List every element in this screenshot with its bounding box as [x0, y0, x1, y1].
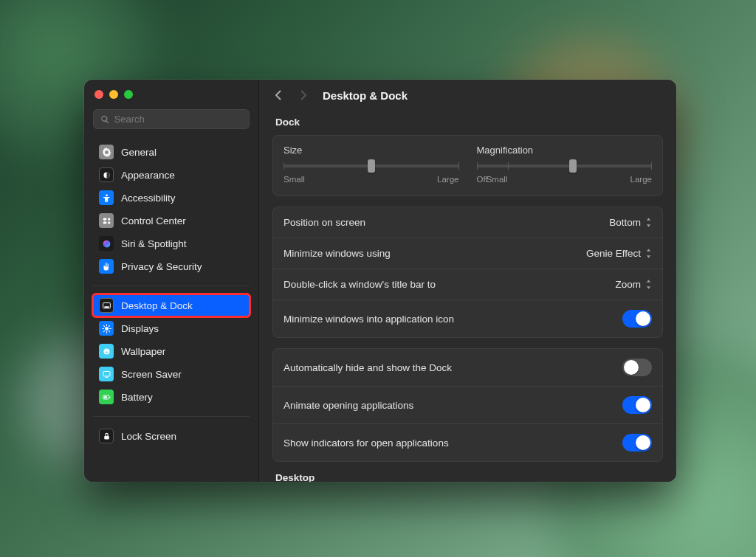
sidebar-item-control-center[interactable]: Control Center: [93, 210, 250, 232]
position-popup[interactable]: Bottom: [609, 217, 652, 228]
show-indicators-toggle[interactable]: [622, 434, 652, 452]
magnification-slider-knob[interactable]: [569, 159, 577, 173]
sidebar-item-label: Accessibility: [121, 193, 176, 204]
sidebar-item-lock-screen[interactable]: Lock Screen: [93, 425, 250, 447]
minimize-into-icon-toggle[interactable]: [622, 310, 652, 328]
dock-options-panel: Position on screen Bottom Minimize windo…: [272, 207, 663, 338]
svg-point-5: [108, 221, 110, 224]
gear-icon: [99, 145, 114, 159]
sidebar-item-general[interactable]: General: [93, 141, 250, 163]
search-field[interactable]: [93, 109, 250, 129]
magnification-slider-label: Magnification: [477, 145, 653, 156]
appearance-icon: [99, 167, 114, 182]
sidebar-item-displays[interactable]: Displays: [93, 317, 250, 339]
sidebar-item-accessibility[interactable]: Accessibility: [93, 187, 250, 209]
sidebar-item-privacy-security[interactable]: Privacy & Security: [93, 255, 250, 277]
show-indicators-row: Show indicators for open applications: [273, 424, 662, 461]
dock-sliders-panel: Size Small Large Magnification: [272, 135, 663, 196]
minimize-using-value: Genie Effect: [586, 248, 641, 259]
position-row: Position on screen Bottom: [273, 207, 662, 238]
svg-rect-3: [103, 221, 106, 224]
magnification-slider[interactable]: [477, 165, 653, 167]
titlebar: Desktop & Dock: [259, 80, 676, 109]
sidebar-item-wallpaper[interactable]: Wallpaper: [93, 340, 250, 362]
sidebar-item-siri-spotlight[interactable]: Siri & Spotlight: [93, 232, 250, 255]
minimize-into-icon-row: Minimize windows into application icon: [273, 300, 662, 337]
sidebar-item-label: Screen Saver: [121, 369, 182, 380]
back-button[interactable]: [272, 89, 286, 102]
double-click-value: Zoom: [615, 279, 641, 290]
siri-icon: [99, 236, 114, 251]
svg-point-6: [103, 240, 110, 247]
sidebar-divider: [93, 286, 250, 286]
chevron-up-down-icon: [645, 249, 652, 258]
size-slider-knob[interactable]: [368, 159, 375, 173]
size-max-label: Large: [437, 175, 458, 184]
chevron-up-down-icon: [645, 280, 652, 289]
svg-rect-12: [105, 376, 107, 377]
size-slider-label: Size: [284, 145, 459, 156]
search-input[interactable]: [114, 114, 242, 125]
svg-rect-11: [103, 371, 110, 376]
svg-rect-8: [104, 306, 109, 308]
desktop-dock-icon: [99, 298, 114, 313]
animate-open-row: Animate opening applications: [273, 387, 662, 424]
double-click-row: Double-click a window's title bar to Zoo…: [273, 269, 662, 300]
desktop-section-heading: Desktop: [275, 472, 663, 482]
size-slider[interactable]: [284, 165, 459, 167]
auto-hide-label: Automatically hide and show the Dock: [284, 362, 452, 373]
battery-icon: [99, 390, 114, 404]
dock-section-heading: Dock: [275, 117, 663, 128]
sidebar-item-appearance[interactable]: Appearance: [93, 164, 250, 186]
auto-hide-toggle[interactable]: [622, 359, 652, 376]
show-indicators-label: Show indicators for open applications: [284, 437, 449, 449]
magnification-min-label: Small: [487, 175, 508, 184]
sidebar-item-label: Siri & Spotlight: [121, 238, 187, 249]
lock-icon: [99, 429, 114, 443]
screen-saver-icon: [99, 367, 114, 381]
minimize-using-popup[interactable]: Genie Effect: [586, 248, 652, 259]
magnification-slider-group: Magnification Off Small Large: [477, 145, 653, 184]
animate-open-toggle[interactable]: [622, 396, 652, 414]
content-pane: Desktop & Dock Dock Size Small Large: [258, 80, 676, 482]
zoom-button[interactable]: [124, 90, 133, 99]
wallpaper-icon: [99, 344, 114, 359]
sidebar-item-label: Battery: [121, 392, 153, 403]
accessibility-icon: [99, 190, 114, 205]
size-min-label: Small: [284, 175, 305, 184]
control-center-icon: [99, 213, 114, 228]
svg-rect-2: [103, 218, 106, 220]
animate-open-label: Animate opening applications: [284, 400, 413, 411]
sidebar-item-battery[interactable]: Battery: [93, 386, 250, 408]
system-settings-window: General Appearance Accessibility Control…: [84, 80, 676, 482]
svg-point-1: [106, 194, 108, 196]
minimize-button[interactable]: [109, 90, 118, 99]
auto-hide-row: Automatically hide and show the Dock: [273, 349, 662, 387]
page-title: Desktop & Dock: [323, 89, 408, 102]
displays-icon: [99, 321, 114, 336]
svg-rect-14: [109, 396, 110, 398]
svg-point-9: [105, 327, 109, 331]
minimize-using-row: Minimize windows using Genie Effect: [273, 238, 662, 269]
search-icon: [100, 114, 110, 125]
window-controls: [93, 87, 250, 109]
close-button[interactable]: [94, 90, 103, 99]
sidebar: General Appearance Accessibility Control…: [84, 80, 258, 482]
settings-scroll-area[interactable]: Dock Size Small Large: [259, 109, 676, 482]
sidebar-item-desktop-dock[interactable]: Desktop & Dock: [93, 294, 250, 316]
position-value: Bottom: [609, 217, 641, 228]
position-label: Position on screen: [284, 217, 365, 228]
svg-rect-16: [104, 435, 109, 439]
chevron-up-down-icon: [645, 218, 652, 227]
minimize-using-label: Minimize windows using: [284, 248, 391, 259]
size-slider-group: Size Small Large: [284, 145, 459, 184]
forward-button[interactable]: [296, 89, 309, 102]
double-click-popup[interactable]: Zoom: [615, 279, 652, 290]
svg-rect-15: [103, 396, 106, 398]
sidebar-item-label: Displays: [121, 323, 159, 334]
sidebar-list: General Appearance Accessibility Control…: [93, 141, 250, 447]
sidebar-item-label: Control Center: [121, 215, 186, 226]
sidebar-item-label: Privacy & Security: [121, 261, 202, 272]
sidebar-item-label: Lock Screen: [121, 431, 176, 442]
sidebar-item-screen-saver[interactable]: Screen Saver: [93, 363, 250, 385]
